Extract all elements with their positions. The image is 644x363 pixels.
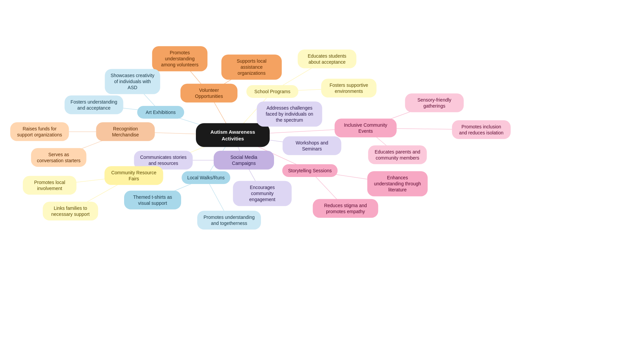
educates-students: Educates students about acceptance xyxy=(298,50,357,68)
links-families: Links families to necessary support xyxy=(43,202,98,221)
fosters-understanding: Fosters understanding and acceptance xyxy=(65,96,123,114)
promotes-togetherness: Promotes understanding and togetherness xyxy=(197,211,261,230)
storytelling-sessions: Storytelling Sessions xyxy=(282,164,338,177)
addresses-challenges: Addresses challenges faced by individual… xyxy=(257,102,322,127)
school-programs: School Programs xyxy=(247,85,299,98)
sensory-friendly: Sensory-friendly gatherings xyxy=(405,94,464,112)
volunteer-opportunities: Volunteer Opportunities xyxy=(180,84,237,103)
educates-parents: Educates parents and community members xyxy=(368,145,427,164)
promotes-understanding-volunteers: Promotes understanding among volunteers xyxy=(152,46,208,71)
mindmap-container: Autism Awareness ActivitiesVolunteer Opp… xyxy=(0,0,644,363)
themed-tshirts: Themed t-shirts as visual support xyxy=(124,191,181,209)
enhances-understanding: Enhances understanding through literatur… xyxy=(367,171,428,196)
promotes-local: Promotes local involvement xyxy=(23,176,76,195)
supports-local: Supports local assistance organizations xyxy=(221,55,282,80)
community-resource-fairs: Community Resource Fairs xyxy=(105,166,163,185)
local-walks: Local Walks/Runs xyxy=(182,171,230,184)
promotes-inclusion: Promotes inclusion and reduces isolation xyxy=(452,120,511,139)
art-exhibitions: Art Exhibitions xyxy=(137,106,184,119)
reduces-stigma: Reduces stigma and promotes empathy xyxy=(313,199,378,218)
recognition-merchandise: Recognition Merchandise xyxy=(96,122,155,141)
inclusive-community: Inclusive Community Events xyxy=(335,119,397,137)
center-node: Autism Awareness Activities xyxy=(196,123,270,147)
workshops-seminars: Workshops and Seminars xyxy=(283,136,341,155)
raises-funds: Raises funds for support organizations xyxy=(10,122,69,141)
serves-conversation: Serves as conversation starters xyxy=(31,148,87,167)
fosters-supportive: Fosters supportive environments xyxy=(321,79,377,98)
showcases-creativity: Showcases creativity of individuals with… xyxy=(105,69,160,94)
encourages-community: Encourages community engagement xyxy=(233,181,292,206)
social-media: Social Media Campaigns xyxy=(214,151,274,170)
